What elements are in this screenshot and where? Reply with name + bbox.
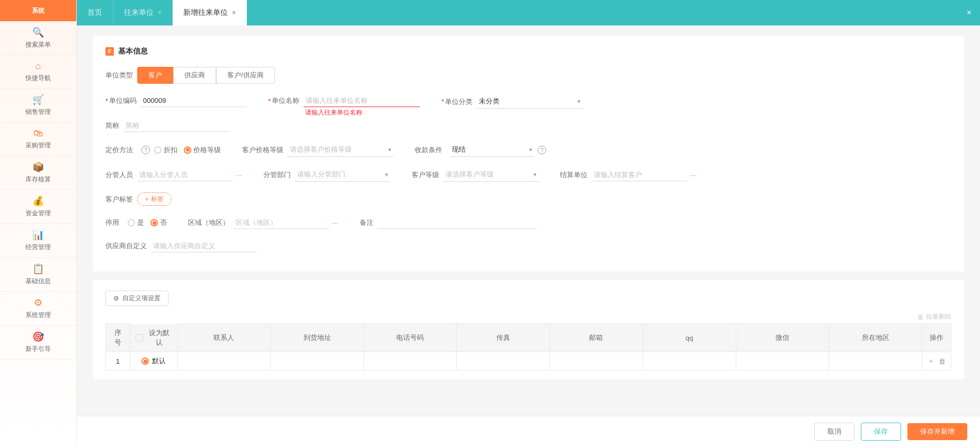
header-checkbox[interactable] <box>136 334 143 341</box>
unit-name-label: 单位名称 <box>272 96 299 106</box>
cell-wechat[interactable] <box>736 352 829 371</box>
pricing-help-icon[interactable]: ? <box>141 146 150 154</box>
customer-level-label: 客户等级 <box>412 170 439 180</box>
sidebar-item-finance[interactable]: 💰 资金管理 <box>0 190 76 224</box>
type-btn-customer[interactable]: 客户 <box>137 67 173 84</box>
sidebar-item-purchase[interactable]: 🛍 采购管理 <box>0 122 76 156</box>
disabled-radio-group: 是 否 <box>128 218 167 227</box>
cell-address[interactable] <box>271 352 364 371</box>
email-input[interactable] <box>555 357 637 365</box>
contact-input[interactable] <box>183 357 265 365</box>
manager-group: 分管人员 ··· <box>105 169 242 181</box>
disabled-region-row: 停用 是 否 区 <box>105 216 951 229</box>
sidebar: 系统 🔍 搜索菜单 ⌂ 快捷导航 🛒 销售管理 🛍 采购管理 📦 库存核算 💰 … <box>0 0 77 447</box>
add-tag-button[interactable]: + 标签 <box>137 192 172 206</box>
pricing-radio-level-dot <box>186 148 190 152</box>
customer-level-select[interactable]: 请选择客户等级 ▾ <box>443 168 539 182</box>
remark-group: 备注 <box>360 216 537 229</box>
supplier-custom-input[interactable] <box>151 240 257 252</box>
sidebar-item-inventory[interactable]: 📦 库存核算 <box>0 156 76 190</box>
pricing-radio-group: 折扣 价格等级 <box>154 145 221 155</box>
customer-price-select[interactable]: 请选择客户价格等级 ▾ <box>288 143 394 157</box>
unit-category-select[interactable]: 未分类 ▾ <box>477 94 583 109</box>
add-row-icon[interactable]: ＋ <box>928 356 934 366</box>
close-all-tabs[interactable]: × <box>958 0 980 25</box>
cell-region[interactable] <box>829 352 922 371</box>
settlement-more-icon[interactable]: ··· <box>690 171 697 179</box>
address-input[interactable] <box>276 357 358 365</box>
sidebar-item-search[interactable]: 🔍 搜索菜单 <box>0 21 76 55</box>
add-tag-plus-icon: + <box>145 196 149 203</box>
unit-type-group: 单位类型 客户 供应商 客户/供应商 <box>105 67 275 84</box>
cell-qq[interactable] <box>643 352 736 371</box>
row-region-input[interactable] <box>834 357 916 365</box>
tab-partners-close[interactable]: × <box>158 10 162 16</box>
sidebar-item-guide[interactable]: 🎯 新手引导 <box>0 326 76 360</box>
remark-label: 备注 <box>360 218 373 227</box>
unit-category-value: 未分类 <box>479 97 500 106</box>
custom-settings-button[interactable]: ⚙ 自定义项设置 <box>105 291 168 306</box>
payment-terms-label: 收款条件 <box>415 145 442 155</box>
settlement-input[interactable] <box>592 169 687 181</box>
tab-new-partner[interactable]: 新增往来单位 × <box>173 0 247 25</box>
gear-icon: ⚙ <box>34 297 42 309</box>
sidebar-item-label: 资金管理 <box>25 209 51 218</box>
phone-input[interactable] <box>369 357 451 365</box>
cell-phone[interactable] <box>363 352 457 371</box>
unit-code-input[interactable] <box>141 94 247 107</box>
tab-partners[interactable]: 往来单位 × <box>113 0 173 25</box>
disabled-yes-label: 是 <box>137 218 144 227</box>
sidebar-item-system[interactable]: ⚙ 系统管理 <box>0 292 76 326</box>
pricing-row: 定价方法 ? 折扣 价格等级 <box>105 143 951 157</box>
wechat-input[interactable] <box>742 357 824 365</box>
qq-input[interactable] <box>648 357 730 365</box>
unit-name-input[interactable] <box>304 94 420 107</box>
type-btn-both[interactable]: 客户/供应商 <box>216 67 275 84</box>
short-name-label: 简称 <box>105 121 119 130</box>
default-label: 默认 <box>152 356 166 366</box>
cell-email[interactable] <box>550 352 643 371</box>
gear-settings-icon: ⚙ <box>113 295 119 302</box>
dept-select[interactable]: 请输入分管部门 ▾ <box>295 168 390 182</box>
unit-category-star: * <box>441 98 444 106</box>
short-name-input[interactable] <box>123 119 229 132</box>
disabled-radio-yes[interactable]: 是 <box>128 218 144 227</box>
pricing-radio-discount[interactable]: 折扣 <box>154 145 177 155</box>
default-radio[interactable] <box>141 357 149 365</box>
unit-type-label: 单位类型 <box>105 71 133 80</box>
save-button[interactable]: 保存 <box>861 423 901 441</box>
payment-terms-select[interactable]: 现结 ▾ <box>450 143 534 157</box>
region-group: 区域（地区） ··· <box>188 216 338 229</box>
sidebar-item-quicknav[interactable]: ⌂ 快捷导航 <box>0 55 76 89</box>
sidebar-item-label: 快捷导航 <box>25 74 51 83</box>
fax-input[interactable] <box>462 357 544 365</box>
payment-help-icon[interactable]: ? <box>538 146 546 154</box>
unit-type-row: 单位类型 客户 供应商 客户/供应商 <box>105 67 951 84</box>
save-new-button[interactable]: 保存并新增 <box>907 423 967 440</box>
unit-name-group: * 单位名称 请输入往来单位名称 <box>268 94 420 117</box>
manager-input[interactable] <box>137 169 233 181</box>
cell-contact[interactable] <box>177 352 271 371</box>
customer-price-label: 客户价格等级 <box>242 145 283 155</box>
region-more-icon[interactable]: ··· <box>332 218 338 227</box>
disabled-radio-no[interactable]: 否 <box>150 218 167 227</box>
category-chevron-icon: ▾ <box>577 98 581 105</box>
customer-level-chevron-icon: ▾ <box>533 171 537 178</box>
cancel-button[interactable]: 取消 <box>814 423 854 441</box>
pricing-label: 定价方法 <box>105 145 133 155</box>
sidebar-item-operations[interactable]: 📊 经营管理 <box>0 224 76 258</box>
tab-new-partner-close[interactable]: × <box>232 10 236 16</box>
custom-settings-label: 自定义项设置 <box>122 294 161 303</box>
delete-row-icon[interactable]: 🗑 <box>939 357 946 365</box>
tab-home[interactable]: 首页 <box>77 0 113 25</box>
remark-input[interactable] <box>378 216 537 229</box>
customer-price-group: 客户价格等级 请选择客户价格等级 ▾ <box>242 143 394 157</box>
manager-more-icon[interactable]: ··· <box>236 171 242 179</box>
sidebar-item-sales[interactable]: 🛒 销售管理 <box>0 89 76 122</box>
type-btn-supplier[interactable]: 供应商 <box>173 67 216 84</box>
cell-fax[interactable] <box>457 352 550 371</box>
sidebar-item-basic[interactable]: 📋 基础信息 <box>0 258 76 292</box>
pricing-radio-level[interactable]: 价格等级 <box>184 145 221 155</box>
home-icon: ⌂ <box>35 60 41 72</box>
region-input[interactable] <box>234 216 329 229</box>
